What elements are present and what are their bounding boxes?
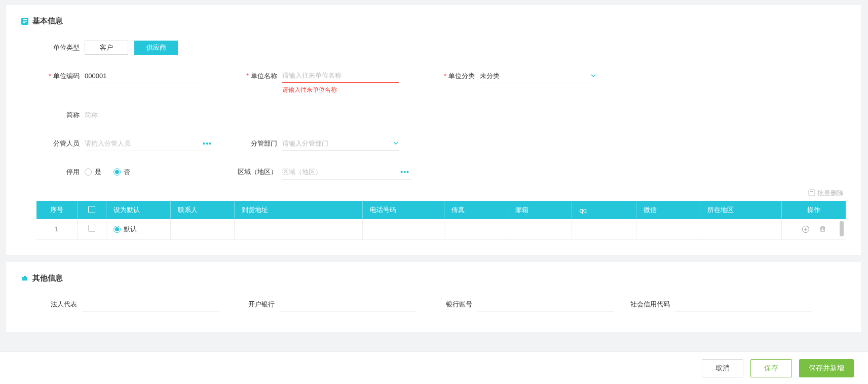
cell-phone[interactable] xyxy=(362,219,444,239)
save-and-new-button[interactable]: 保存并新增 xyxy=(799,359,854,377)
legal-rep-input[interactable] xyxy=(82,297,219,311)
disable-no-label: 否 xyxy=(124,167,130,177)
label-unit-code: 单位编码 xyxy=(36,72,85,81)
basic-info-heading: 基本信息 xyxy=(32,16,63,26)
col-region: 所在地区 xyxy=(700,201,782,219)
col-fax: 传真 xyxy=(444,201,508,219)
label-unit-name: 单位名称 xyxy=(234,68,282,81)
cell-wechat[interactable] xyxy=(636,219,700,239)
section-title-other: 其他信息 xyxy=(21,273,846,283)
section-title-basic: 基本信息 xyxy=(21,16,846,26)
panel-basic-info: 基本信息 单位类型 客户 供应商 单位编码 xyxy=(6,5,861,255)
panel-other-info: 其他信息 法人代表 开户银行 银行账号 社会信用代码 xyxy=(6,262,861,332)
table-scrollbar[interactable] xyxy=(840,221,844,236)
bulk-delete-label: 批量删除 xyxy=(817,189,844,198)
label-bank-acct: 银行账号 xyxy=(432,300,477,309)
info-card-icon xyxy=(21,18,28,25)
briefcase-icon xyxy=(21,274,28,282)
cell-contact[interactable] xyxy=(170,219,234,239)
cell-fax[interactable] xyxy=(444,219,508,239)
svg-rect-5 xyxy=(810,191,813,192)
chevron-down-icon xyxy=(590,73,596,80)
label-unit-type: 单位类型 xyxy=(36,43,85,52)
unit-category-select[interactable]: 未分类 xyxy=(480,69,596,83)
disable-no-radio[interactable]: 否 xyxy=(114,167,130,177)
table-row: 1 默认 xyxy=(36,219,846,239)
unit-type-customer-button[interactable]: 客户 xyxy=(85,41,128,55)
label-charge-person: 分管人员 xyxy=(36,139,85,148)
cell-seq: 1 xyxy=(36,219,77,239)
chevron-down-icon xyxy=(393,140,399,147)
cancel-button[interactable]: 取消 xyxy=(702,359,743,377)
col-set-default: 设为默认 xyxy=(106,201,170,219)
label-legal-rep: 法人代表 xyxy=(36,300,82,309)
disable-yes-radio[interactable]: 是 xyxy=(85,167,101,177)
svg-rect-2 xyxy=(23,21,27,22)
unit-name-error-text: 请输入往来单位名称 xyxy=(282,86,411,94)
svg-rect-3 xyxy=(23,22,25,23)
disable-yes-label: 是 xyxy=(95,167,101,177)
bank-input[interactable] xyxy=(280,297,417,311)
col-op: 操作 xyxy=(782,201,846,219)
unit-name-input[interactable] xyxy=(282,68,399,83)
label-short-name: 简称 xyxy=(36,111,85,120)
credit-code-input[interactable] xyxy=(675,297,812,311)
label-region: 区域（地区） xyxy=(234,167,282,177)
bank-acct-input[interactable] xyxy=(477,297,614,311)
col-qq: qq xyxy=(572,201,636,219)
col-select-all[interactable] xyxy=(77,201,106,219)
contacts-table: 序号 设为默认 联系人 到货地址 电话号码 传真 邮箱 qq 微信 所在地区 xyxy=(36,201,846,240)
more-icon[interactable]: ••• xyxy=(400,168,411,176)
save-button[interactable]: 保存 xyxy=(750,359,792,377)
footer-actions: 取消 保存 保存并新增 xyxy=(0,352,868,384)
label-charge-dept: 分管部门 xyxy=(234,139,282,148)
charge-person-input[interactable] xyxy=(85,136,186,151)
col-wechat: 微信 xyxy=(636,201,700,219)
col-seq: 序号 xyxy=(36,201,77,219)
region-input[interactable] xyxy=(282,165,384,179)
cell-ship-addr[interactable] xyxy=(235,219,363,239)
default-label: 默认 xyxy=(124,225,137,234)
unit-code-input[interactable] xyxy=(85,69,201,83)
label-bank: 开户银行 xyxy=(234,300,280,309)
col-ship-addr: 到货地址 xyxy=(235,201,363,219)
bulk-delete-icon xyxy=(808,189,815,198)
bulk-delete-button[interactable]: 批量删除 xyxy=(808,189,844,198)
charge-dept-input[interactable] xyxy=(282,136,384,151)
cell-email[interactable] xyxy=(508,219,572,239)
form-scroll-area[interactable]: 基本信息 单位类型 客户 供应商 单位编码 xyxy=(0,0,868,348)
svg-rect-1 xyxy=(23,19,27,20)
label-credit-code: 社会信用代码 xyxy=(629,300,675,309)
set-default-radio[interactable]: 默认 xyxy=(114,225,137,234)
col-phone: 电话号码 xyxy=(362,201,444,219)
label-disable: 停用 xyxy=(36,167,85,177)
row-checkbox[interactable] xyxy=(88,225,95,232)
other-info-heading: 其他信息 xyxy=(32,273,63,283)
label-unit-category: 单位分类 xyxy=(432,72,480,81)
col-email: 邮箱 xyxy=(508,201,572,219)
delete-row-button[interactable] xyxy=(819,225,826,233)
checkbox-icon xyxy=(88,206,95,213)
charge-dept-select[interactable] xyxy=(282,136,399,151)
add-row-button[interactable] xyxy=(802,225,810,233)
short-name-input[interactable] xyxy=(85,108,201,122)
unit-type-supplier-button[interactable]: 供应商 xyxy=(134,41,178,55)
cell-qq[interactable] xyxy=(572,219,636,239)
svg-rect-6 xyxy=(810,193,813,193)
cell-region[interactable] xyxy=(700,219,782,239)
more-icon[interactable]: ••• xyxy=(203,139,214,148)
unit-category-value: 未分类 xyxy=(480,72,500,81)
col-contact: 联系人 xyxy=(170,201,234,219)
